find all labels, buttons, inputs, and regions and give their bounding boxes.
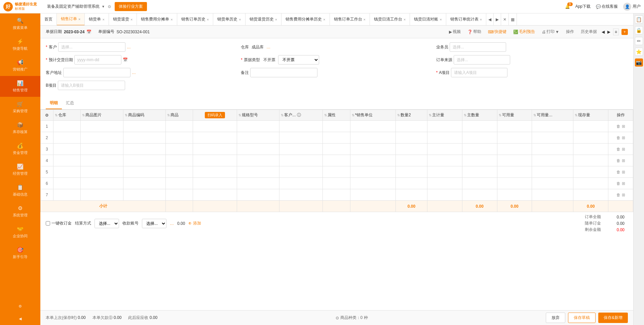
- tab-return-close[interactable]: ×: [130, 17, 132, 22]
- tab-daily-workbench[interactable]: 钱货日清工作台 ×: [370, 13, 410, 26]
- tab-daily-workbench-close[interactable]: ×: [404, 17, 406, 22]
- operate-btn[interactable]: 操作: [564, 28, 576, 35]
- sidebar-item-nav[interactable]: ⚡ 快捷导航: [0, 34, 40, 55]
- row-delete-7[interactable]: 🗑: [616, 193, 620, 197]
- th-available[interactable]: ⇅可用量: [497, 110, 532, 121]
- sidebar-item-guide[interactable]: 🎯 新手引导: [0, 243, 40, 263]
- tab-prev-btn[interactable]: ◀: [486, 13, 494, 26]
- footer-more[interactable]: …: [170, 221, 174, 226]
- tab-next-btn[interactable]: ▶: [494, 13, 501, 26]
- list-view-btn[interactable]: ≡: [613, 29, 619, 35]
- row-delete-3[interactable]: 🗑: [616, 147, 620, 152]
- th-image[interactable]: ⇅商品图片: [81, 110, 123, 121]
- tab-reconcile[interactable]: 钱货日清对账 ×: [410, 13, 446, 26]
- th-unit[interactable]: ⇅*销售单位: [350, 110, 395, 121]
- row-copy-7[interactable]: ⊞: [622, 193, 625, 197]
- row-copy-6[interactable]: ⊞: [622, 181, 625, 186]
- tool-btn-3[interactable]: ✏: [635, 37, 643, 45]
- sidebar-item-sales[interactable]: 📊 销售管理: [0, 76, 40, 97]
- scan-input-btn[interactable]: 扫码录入: [205, 112, 225, 118]
- th-spec[interactable]: ⇅规格型号: [237, 110, 279, 121]
- tab-close-all[interactable]: ✕: [501, 13, 509, 26]
- warehouse-more[interactable]: …: [266, 45, 270, 49]
- sidebar-item-marketing[interactable]: 📢 营销推广: [0, 55, 40, 76]
- history-btn[interactable]: 历史单据: [579, 28, 599, 35]
- tab-return-history-close[interactable]: ×: [275, 17, 277, 22]
- sidebar-item-operation[interactable]: 📈 经营管理: [0, 159, 40, 180]
- th-attr[interactable]: ⇅属性: [323, 110, 350, 121]
- th-available2[interactable]: ⇅可用量...: [532, 110, 573, 121]
- tab-slip-history[interactable]: 销货单历史 ×: [213, 13, 245, 26]
- tab-sales-order-close[interactable]: ×: [78, 17, 80, 21]
- tab-stats-close[interactable]: ×: [480, 17, 482, 22]
- th-warehouse[interactable]: ⇅仓库: [53, 110, 80, 121]
- calendar-icon[interactable]: 📅: [86, 30, 91, 34]
- th-scan[interactable]: 扫码录入: [193, 110, 237, 121]
- tab-fee-split-close[interactable]: ×: [171, 17, 173, 22]
- industry-btn[interactable]: 体验行业方案: [115, 2, 147, 11]
- prev-record-btn[interactable]: ◀: [602, 30, 605, 34]
- delivery-calendar-icon[interactable]: 📅: [123, 57, 128, 62]
- view-btn[interactable]: ▶ 视频: [447, 28, 463, 35]
- sidebar-item-purchase[interactable]: 🛒 采购管理: [0, 97, 40, 118]
- th-settings[interactable]: ⚙: [41, 110, 53, 121]
- remark-input[interactable]: [250, 68, 317, 77]
- row-delete-6[interactable]: 🗑: [616, 181, 620, 186]
- order-source-input[interactable]: [454, 55, 510, 65]
- customer-input[interactable]: [58, 42, 125, 52]
- next-record-btn[interactable]: ▶: [607, 30, 610, 34]
- tab-order-workbench[interactable]: 销售订单工作台 ×: [330, 13, 370, 26]
- tab-detail[interactable]: 明细: [46, 97, 62, 109]
- tab-fee-split[interactable]: 销售费用分摊单 ×: [137, 13, 177, 26]
- sidebar-item-search[interactable]: 🔍 搜索菜单: [0, 13, 40, 34]
- delivery-input[interactable]: [74, 55, 121, 65]
- row-copy-3[interactable]: ⊞: [622, 147, 625, 152]
- profit-btn[interactable]: 💹 毛利预告: [511, 28, 537, 35]
- row-copy-4[interactable]: ⊞: [622, 158, 625, 163]
- tab-slip-history-close[interactable]: ×: [239, 17, 241, 22]
- online-service[interactable]: 💬 在线客服: [596, 4, 618, 9]
- sidebar-item-settings[interactable]: ⚙: [0, 300, 40, 313]
- tab-order-workbench-close[interactable]: ×: [364, 17, 366, 22]
- sidebar-item-inventory[interactable]: 📦 库存核算: [0, 118, 40, 138]
- b-project-input[interactable]: [58, 81, 125, 90]
- bulk-checkout-label[interactable]: 一键收订金: [46, 220, 72, 226]
- tool-btn-2[interactable]: 🔒: [635, 26, 643, 34]
- add-footer-btn[interactable]: ⊕ 添加: [188, 220, 201, 226]
- a-project-input[interactable]: [451, 68, 507, 77]
- row-delete-4[interactable]: 🗑: [616, 158, 620, 163]
- discard-btn[interactable]: 放弃: [546, 313, 565, 323]
- tab-order-history-close[interactable]: ×: [207, 17, 209, 22]
- save-new-btn[interactable]: 保存&新增: [598, 313, 628, 323]
- th-qty2[interactable]: ⇅数量2: [395, 110, 427, 121]
- tab-return[interactable]: 销货退货 ×: [109, 13, 137, 26]
- pay-method-select[interactable]: 选择...: [94, 219, 119, 228]
- tab-stats[interactable]: 销售订单统计表 ×: [446, 13, 486, 26]
- th-customer[interactable]: ⇅客户... ⓘ: [279, 110, 323, 121]
- tab-more-btn[interactable]: ▦: [509, 13, 517, 26]
- dropdown-arrow[interactable]: ▼: [102, 5, 105, 8]
- staff-input[interactable]: [450, 42, 506, 52]
- sidebar-item-system[interactable]: ⚙ 系统管理: [0, 201, 40, 222]
- row-delete-1[interactable]: 🗑: [616, 124, 620, 129]
- tool-btn-5[interactable]: 📷: [635, 58, 643, 67]
- tab-fee-history[interactable]: 销售费用分摊单历史 ×: [281, 13, 330, 26]
- customer-more[interactable]: …: [127, 45, 131, 49]
- row-delete-5[interactable]: 🗑: [616, 170, 620, 174]
- receipt-account-select[interactable]: 选择...: [142, 219, 166, 228]
- tab-sales-slip-close[interactable]: ×: [102, 17, 104, 22]
- sidebar-item-finance[interactable]: 💰 资金管理: [0, 138, 40, 159]
- app-download[interactable]: App下载: [575, 4, 591, 9]
- address-more[interactable]: …: [132, 70, 136, 75]
- row-copy-1[interactable]: ⊞: [622, 124, 625, 129]
- th-goods[interactable]: ⇅商品: [166, 110, 193, 121]
- tab-reconcile-close[interactable]: ×: [440, 17, 442, 22]
- row-delete-2[interactable]: 🗑: [616, 135, 620, 140]
- tool-btn-4[interactable]: ⭐: [635, 48, 643, 56]
- tab-return-history[interactable]: 销货退货历史 ×: [245, 13, 281, 26]
- tab-fee-history-close[interactable]: ×: [323, 17, 325, 22]
- invoice-select[interactable]: 不开票 增值税普通发票 增值税专用发票: [278, 55, 319, 65]
- address-input[interactable]: [63, 68, 130, 77]
- th-code[interactable]: ⇅商品编码: [123, 110, 166, 121]
- tool-btn-1[interactable]: 📋: [635, 15, 643, 24]
